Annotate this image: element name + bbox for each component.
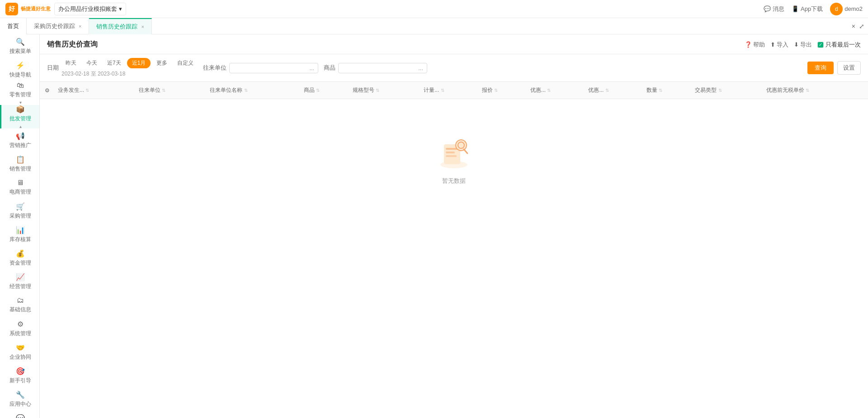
tab-home-label: 首页 <box>7 22 19 30</box>
col-discount1[interactable]: 优惠... ⇅ <box>527 82 585 99</box>
col-quantity[interactable]: 数量 ⇅ <box>643 82 691 99</box>
svg-rect-3 <box>446 152 455 153</box>
col-biz-date[interactable]: 业务发生... ⇅ <box>54 82 135 99</box>
svg-point-5 <box>456 140 467 151</box>
sidebar-item-purchase[interactable]: 🛒 采购管理 <box>0 199 39 223</box>
date-filter-label: 日期 <box>47 64 59 72</box>
sidebar-item-operation[interactable]: 📈 经营管理 <box>0 270 39 293</box>
sidebar-item-inventory[interactable]: 📊 库存核算 <box>0 223 39 246</box>
marketing-icon: 📢 <box>16 132 25 140</box>
topbar: 好 畅捷通好生意 办公用品行业模拟账套 ▾ 💬 消息 📱 App下载 d dem… <box>0 0 868 18</box>
gear-icon[interactable]: ⚙ <box>45 87 50 94</box>
page-header: 销售历史价查询 ❓ 帮助 ⬆ 导入 ⬇ 导出 <box>40 34 868 54</box>
sidebar-label-system: 系统管理 <box>9 330 31 337</box>
sidebar-item-base[interactable]: 🗂 基础信息 <box>0 293 39 317</box>
tab-sales-label: 销售历史价跟踪 <box>96 23 137 31</box>
product-dots-btn[interactable]: ... <box>418 65 423 71</box>
sidebar-item-finance[interactable]: 💰 资金管理 <box>0 246 39 270</box>
sidebar-label-enterprise: 企业协同 <box>9 353 31 361</box>
sales-mgmt-icon: 📋 <box>16 155 25 164</box>
setting-button[interactable]: 设置 <box>837 61 861 75</box>
query-button[interactable]: 查询 <box>807 62 834 74</box>
chevron-down-icon: ▾ <box>19 100 22 105</box>
empty-image <box>436 135 472 171</box>
sort-icon: ⇅ <box>547 88 551 93</box>
app-download-btn[interactable]: 📱 App下载 <box>792 5 823 13</box>
col-trade-type[interactable]: 交易类型 ⇅ <box>691 82 763 99</box>
tab-home[interactable]: 首页 <box>0 18 27 34</box>
export-btn[interactable]: ⬇ 导出 <box>794 41 812 49</box>
topbar-left: 好 畅捷通好生意 办公用品行业模拟账套 ▾ <box>5 3 126 15</box>
sidebar-item-appstore[interactable]: 🔧 应用中心 <box>0 387 39 411</box>
sidebar-item-guide[interactable]: 🎯 新手引导 <box>0 364 39 387</box>
export-label: 导出 <box>800 41 812 49</box>
sidebar-item-retail[interactable]: 🛍 零售管理 ▾ <box>0 81 39 105</box>
sidebar-label-inventory: 库存核算 <box>9 236 31 243</box>
inventory-icon: 📊 <box>16 226 25 234</box>
date-btn-yesterday[interactable]: 昨天 <box>61 58 80 68</box>
date-range-display: 2023-02-18 至 2023-03-18 <box>61 70 198 78</box>
date-btn-today[interactable]: 今天 <box>82 58 101 68</box>
counterpart-input-wrap[interactable]: ... <box>229 63 318 73</box>
message-btn[interactable]: 💬 消息 <box>764 5 784 13</box>
col-product[interactable]: 商品 ⇅ <box>300 82 349 99</box>
import-btn[interactable]: ⬆ 导入 <box>770 41 788 49</box>
col-pretax-price[interactable]: 优惠前无税单价 ⇅ <box>763 82 868 99</box>
col-unit[interactable]: 计量... ⇅ <box>420 82 478 99</box>
sidebar-item-marketing[interactable]: 📢 营销推广 <box>0 128 39 152</box>
sort-icon: ⇅ <box>244 88 248 93</box>
sidebar-item-quick[interactable]: ⚡ 快捷导航 <box>0 58 39 81</box>
help-btn[interactable]: ❓ 帮助 <box>745 41 765 49</box>
product-input[interactable] <box>342 65 418 71</box>
sidebar-item-wechat[interactable]: 💬 企业微信 <box>0 411 39 418</box>
sidebar-item-search[interactable]: 🔍 搜索菜单 <box>0 34 39 58</box>
date-btn-7days[interactable]: 近7天 <box>103 58 125 68</box>
sidebar-item-ecommerce[interactable]: 🖥 电商管理 <box>0 176 39 199</box>
last-only-checkbox-wrap[interactable]: ✓ 只看最后一次 <box>817 41 861 49</box>
empty-text: 暂无数据 <box>442 177 466 185</box>
content-area: 销售历史价查询 ❓ 帮助 ⬆ 导入 ⬇ 导出 <box>40 34 868 418</box>
counterpart-input[interactable] <box>233 65 309 71</box>
app-selector[interactable]: 办公用品行业模拟账套 ▾ <box>54 3 126 15</box>
date-btn-1month[interactable]: 近1月 <box>127 58 151 68</box>
user-name: demo2 <box>844 5 863 12</box>
chevron-up-icon: ▴ <box>19 124 22 129</box>
col-counterpart-code[interactable]: 往来单位 ⇅ <box>135 82 207 99</box>
user-area[interactable]: d demo2 <box>830 3 863 15</box>
tab-actions: × ⤢ <box>848 23 868 30</box>
date-btn-more[interactable]: 更多 <box>152 58 171 68</box>
sidebar-label-search: 搜索菜单 <box>9 48 31 55</box>
logo-text: 畅捷通好生意 <box>21 5 51 12</box>
date-buttons: 昨天 今天 近7天 近1月 更多 自定义 <box>61 58 198 68</box>
sidebar-label-base: 基础信息 <box>9 306 31 314</box>
empty-state: 暂无数据 <box>40 99 868 221</box>
sidebar-label-quick: 快捷导航 <box>9 71 31 79</box>
col-settings[interactable]: ⚙ <box>40 82 54 99</box>
table-wrap: ⚙ 业务发生... ⇅ 往来单位 ⇅ 往来单位名称 ⇅ <box>40 82 868 418</box>
col-spec[interactable]: 规格型号 ⇅ <box>349 82 420 99</box>
col-price[interactable]: 报价 ⇅ <box>478 82 527 99</box>
import-icon: ⬆ <box>770 41 775 48</box>
sidebar-item-sales-mgmt[interactable]: 📋 销售管理 <box>0 152 39 176</box>
date-btn-custom[interactable]: 自定义 <box>173 58 198 68</box>
logo-area: 好 畅捷通好生意 <box>5 3 51 15</box>
counterpart-dots-btn[interactable]: ... <box>309 65 314 71</box>
sidebar-item-wholesale[interactable]: 📦 批发管理 ▴ <box>0 105 39 128</box>
tab-sales-close[interactable]: × <box>141 24 144 29</box>
sort-icon: ⇅ <box>162 88 165 93</box>
tab-purchase[interactable]: 采购历史价跟踪 × <box>27 18 89 34</box>
checkmark-icon: ✓ <box>819 42 822 47</box>
col-discount2[interactable]: 优惠... ⇅ <box>585 82 642 99</box>
window-close-btn[interactable]: × <box>852 23 855 30</box>
tab-sales[interactable]: 销售历史价跟踪 × <box>89 18 151 34</box>
tab-purchase-close[interactable]: × <box>79 24 81 29</box>
sidebar-item-system[interactable]: ⚙ 系统管理 <box>0 317 39 340</box>
col-pretax-price-label: 优惠前无税单价 <box>766 87 804 93</box>
page-actions: ❓ 帮助 ⬆ 导入 ⬇ 导出 ✓ 只看最后一 <box>745 41 861 49</box>
last-only-checkbox[interactable]: ✓ <box>817 42 824 48</box>
product-input-wrap[interactable]: ... <box>338 63 427 73</box>
sidebar-label-appstore: 应用中心 <box>9 400 31 408</box>
sidebar-item-enterprise[interactable]: 🤝 企业协同 <box>0 340 39 364</box>
window-maximize-btn[interactable]: ⤢ <box>859 23 864 30</box>
col-counterpart-name[interactable]: 往来单位名称 ⇅ <box>206 82 300 99</box>
